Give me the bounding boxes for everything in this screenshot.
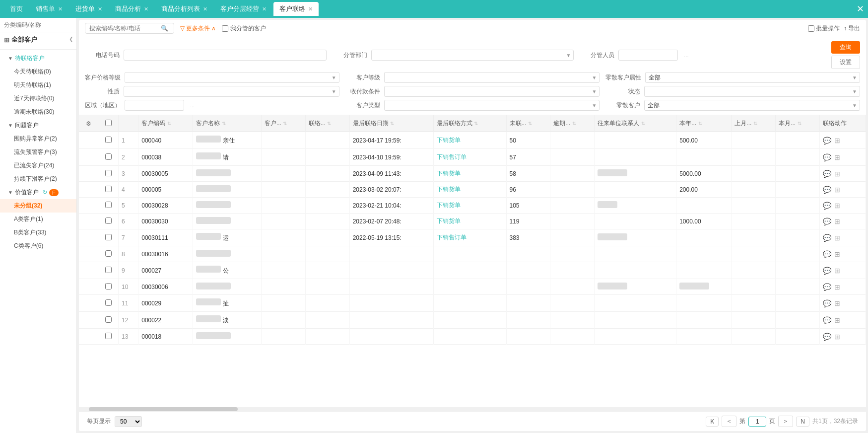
filter-payment-select[interactable] <box>384 86 600 97</box>
grid-action-icon[interactable]: ⊞ <box>834 283 840 291</box>
row-checkbox[interactable] <box>105 170 112 176</box>
checkbox-cell[interactable] <box>99 214 119 229</box>
page-number-input[interactable] <box>748 417 766 427</box>
chat-icon[interactable]: 💬 <box>823 186 831 194</box>
checkbox-cell[interactable] <box>99 149 119 166</box>
last-method-link[interactable]: 下销货单 <box>437 137 461 144</box>
select-all-checkbox[interactable] <box>105 120 112 126</box>
grid-action-icon[interactable]: ⊞ <box>834 250 840 258</box>
col-this-year[interactable]: 本年... ⇅ <box>676 115 732 132</box>
chat-icon[interactable]: 💬 <box>823 170 831 178</box>
chat-icon[interactable]: 💬 <box>823 234 831 242</box>
col-last-month[interactable]: 上月... ⇅ <box>732 115 776 132</box>
col-this-month[interactable]: 本月... ⇅ <box>776 115 820 132</box>
grid-action-icon[interactable]: ⊞ <box>834 217 840 225</box>
tab-product-analysis[interactable]: 商品分析 ✕ <box>109 2 154 16</box>
my-customers-checkbox[interactable] <box>222 25 228 32</box>
sidebar-item-overdue[interactable]: 逾期未联络(30) <box>0 105 76 119</box>
sidebar-group-problem[interactable]: ▼ 问题客户 <box>0 119 76 132</box>
row-checkbox[interactable] <box>105 283 112 289</box>
tab-purchase[interactable]: 进货单 ✕ <box>69 2 108 16</box>
checkbox-cell[interactable] <box>99 279 119 295</box>
grid-action-icon[interactable]: ⊞ <box>834 234 840 242</box>
grid-action-icon[interactable]: ⊞ <box>834 170 840 178</box>
sidebar-group-pending[interactable]: ▼ 待联络客户 <box>0 52 76 65</box>
grid-action-icon[interactable]: ⊞ <box>834 333 840 341</box>
filter-dept-select[interactable] <box>371 50 574 61</box>
last-method-link[interactable]: 下销货单 <box>437 170 461 177</box>
filter-retail-attr-select[interactable]: 全部 <box>645 72 860 83</box>
checkbox-cell[interactable] <box>99 312 119 329</box>
filter-manager-input[interactable] <box>618 50 678 61</box>
tab-sales-close[interactable]: ✕ <box>58 6 63 12</box>
checkbox-cell[interactable] <box>99 166 119 182</box>
col-last-method[interactable]: 最后联络方式 ⇅ <box>433 115 506 132</box>
tab-purchase-close[interactable]: ✕ <box>98 6 102 12</box>
last-method-link[interactable]: 下销售订单 <box>437 234 467 241</box>
tab-product-list-close[interactable]: ✕ <box>203 6 207 12</box>
chat-icon[interactable]: 💬 <box>823 299 831 307</box>
chat-icon[interactable]: 💬 <box>823 283 831 291</box>
sidebar-group-value[interactable]: ▼ 价值客户 ↻ F <box>0 186 76 199</box>
tab-home[interactable]: 首页 <box>4 2 29 16</box>
chat-icon[interactable]: 💬 <box>823 217 831 225</box>
gear-icon[interactable]: ⚙ <box>86 120 91 127</box>
col-unit-contact[interactable]: 往来单位联系人 ⇅ <box>595 115 676 132</box>
row-checkbox[interactable] <box>105 202 112 208</box>
filter-search-input[interactable] <box>89 25 159 32</box>
per-page-select[interactable]: 50 100 200 <box>115 416 142 427</box>
sidebar-collapse-icon[interactable]: 《 <box>67 36 72 44</box>
last-method-link[interactable]: 下销货单 <box>437 202 461 209</box>
col-name[interactable]: 客户名称 ⇅ <box>193 115 262 132</box>
batch-operation-btn[interactable]: 批量操作 <box>808 24 840 33</box>
filter-customer-level-select[interactable] <box>384 72 600 83</box>
sidebar-item-b-class[interactable]: B类客户(33) <box>0 226 76 239</box>
checkbox-cell[interactable] <box>99 262 119 279</box>
chat-icon[interactable]: 💬 <box>823 137 831 144</box>
col-no-contact[interactable]: 未联... ⇅ <box>506 115 550 132</box>
tab-product-list[interactable]: 商品分析列表 ✕ <box>155 2 213 16</box>
row-checkbox[interactable] <box>105 234 112 240</box>
sidebar-item-ungrouped[interactable]: 未分组(32) <box>0 199 76 213</box>
row-checkbox[interactable] <box>105 316 112 323</box>
manager-more-icon[interactable]: ... <box>684 52 688 58</box>
grid-action-icon[interactable]: ⊞ <box>834 316 840 324</box>
filter-price-level-select[interactable] <box>125 72 339 83</box>
sidebar-item-hoarding[interactable]: 囤购异常客户(2) <box>0 132 76 145</box>
tab-customer-contact[interactable]: 客户联络 ✕ <box>273 2 319 16</box>
grid-action-icon[interactable]: ⊞ <box>834 153 840 161</box>
grid-action-icon[interactable]: ⊞ <box>834 202 840 210</box>
sidebar-item-7days[interactable]: 近7天待联络(0) <box>0 92 76 105</box>
my-customers-toggle[interactable]: 我分管的客户 <box>222 24 266 33</box>
sidebar-item-tomorrow[interactable]: 明天待联络(1) <box>0 78 76 92</box>
filter-customer-type-select[interactable] <box>384 100 600 111</box>
row-checkbox[interactable] <box>105 153 112 160</box>
row-checkbox[interactable] <box>105 333 112 339</box>
first-page-btn[interactable]: K <box>706 417 719 427</box>
filter-status-select[interactable] <box>644 86 860 97</box>
sidebar-all-customers[interactable]: ⊞ 全部客户 《 <box>0 32 76 47</box>
checkbox-cell[interactable] <box>99 182 119 198</box>
region-more-icon[interactable]: ... <box>190 102 195 108</box>
tab-customer-segment[interactable]: 客户分层经营 ✕ <box>214 2 272 16</box>
sidebar-item-churned[interactable]: 已流失客户(24) <box>0 159 76 172</box>
chat-icon[interactable]: 💬 <box>823 333 831 341</box>
scrollbar-thumb[interactable] <box>89 407 238 411</box>
sidebar-item-churn-warning[interactable]: 流失预警客户(3) <box>0 145 76 159</box>
row-checkbox[interactable] <box>105 267 112 273</box>
row-checkbox[interactable] <box>105 299 112 306</box>
col-gear[interactable]: ⚙ <box>79 115 99 132</box>
tab-sales[interactable]: 销售单 ✕ <box>30 2 68 16</box>
more-filters-btn[interactable]: ▽ 更多条件 ∧ <box>180 24 216 33</box>
checkbox-cell[interactable] <box>99 295 119 312</box>
checkbox-cell[interactable] <box>99 329 119 345</box>
refresh-icon[interactable]: ↻ <box>43 189 47 196</box>
tab-product-analysis-close[interactable]: ✕ <box>144 6 148 12</box>
sidebar-item-declining[interactable]: 持续下滑客户(2) <box>0 172 76 186</box>
col-code[interactable]: 客户编码 ⇅ <box>138 115 193 132</box>
row-checkbox[interactable] <box>105 217 112 224</box>
filter-region-input[interactable] <box>125 100 184 111</box>
chat-icon[interactable]: 💬 <box>823 250 831 258</box>
grid-action-icon[interactable]: ⊞ <box>834 186 840 194</box>
sidebar-search-input[interactable] <box>4 21 77 28</box>
